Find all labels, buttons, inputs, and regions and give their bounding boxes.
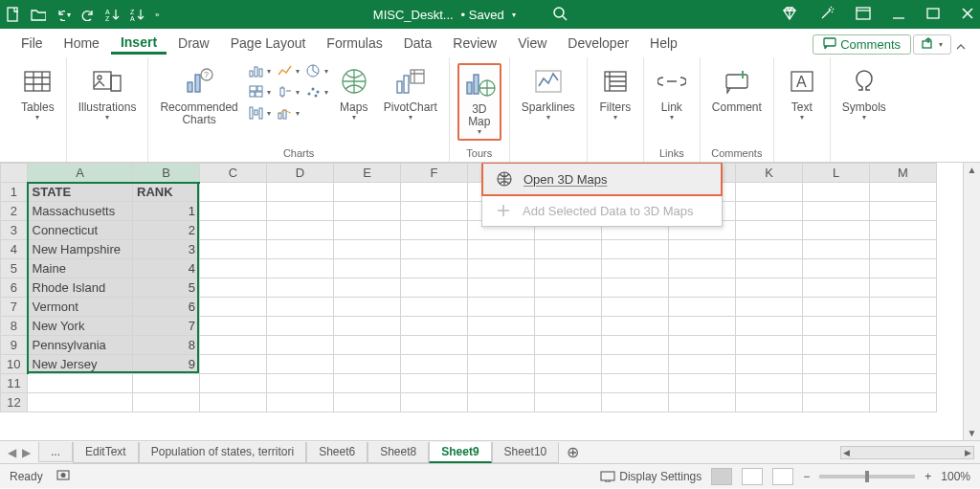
illustrations-button[interactable]: Illustrations▾ [75,63,141,124]
cell[interactable] [28,393,133,412]
cell[interactable] [200,278,267,298]
cell[interactable] [401,336,468,355]
cell[interactable] [468,278,535,298]
tab-developer[interactable]: Developer [558,32,638,55]
column-chart-button[interactable]: ▾ [248,63,271,78]
pivotchart-button[interactable]: PivotChart▾ [380,63,441,124]
cell[interactable] [401,259,468,278]
cell[interactable] [602,298,669,317]
collapse-ribbon-icon[interactable] [953,39,969,55]
tab-review[interactable]: Review [443,32,506,55]
share-button[interactable]: ▾ [913,34,951,55]
cell[interactable] [669,259,736,278]
cell[interactable] [535,317,602,336]
cell[interactable] [200,298,267,317]
row-header[interactable]: 10 [1,355,28,374]
cell[interactable] [468,374,535,393]
save-status[interactable]: • Saved [461,8,504,22]
minimize-icon[interactable] [892,7,905,23]
cell[interactable] [401,317,468,336]
cell[interactable] [736,336,803,355]
tab-formulas[interactable]: Formulas [317,32,391,55]
sort-asc-icon[interactable]: AZ [105,7,121,22]
column-header[interactable]: E [334,164,401,183]
sheet-tab-more[interactable]: ... [38,442,73,462]
tables-button[interactable]: Tables▾ [17,63,58,124]
cell[interactable] [602,355,669,374]
cell[interactable]: Maine [28,259,133,278]
cell[interactable]: 1 [133,202,200,221]
row-header[interactable]: 12 [1,393,28,412]
cell[interactable] [736,183,803,202]
cell[interactable] [803,374,870,393]
cell[interactable] [200,259,267,278]
comments-button[interactable]: Comments [813,34,911,55]
filters-button[interactable]: Filters▾ [595,63,635,124]
cell[interactable]: 8 [133,336,200,355]
cell[interactable] [267,240,334,259]
cell[interactable] [870,259,937,278]
cell[interactable] [870,355,937,374]
zoom-level[interactable]: 100% [941,470,970,483]
column-header[interactable]: A [28,164,133,183]
cell[interactable] [870,202,937,221]
cell[interactable] [736,374,803,393]
cell[interactable] [401,278,468,298]
cell[interactable] [669,355,736,374]
row-header[interactable]: 8 [1,317,28,336]
column-header[interactable]: M [870,164,937,183]
cell[interactable] [401,393,468,412]
cell[interactable] [870,278,937,298]
cell[interactable] [870,221,937,240]
cell[interactable] [267,336,334,355]
cell[interactable]: New Jersey [28,355,133,374]
ribbon-display-icon[interactable] [856,7,871,23]
cell[interactable] [267,202,334,221]
file-name[interactable]: MISC_Deskt... [373,8,454,22]
cell[interactable] [28,374,133,393]
cell[interactable] [535,374,602,393]
cell[interactable] [267,278,334,298]
cell[interactable] [334,298,401,317]
cell[interactable] [334,374,401,393]
cell[interactable] [803,393,870,412]
cell[interactable]: Rhode Island [28,278,133,298]
page-break-view-button[interactable] [772,468,793,485]
row-header[interactable]: 4 [1,240,28,259]
vertical-scrollbar[interactable]: ▲ ▼ [963,163,980,440]
cell[interactable]: 3 [133,240,200,259]
cell[interactable] [468,336,535,355]
cell[interactable] [334,393,401,412]
sheet-tab[interactable]: EditText [73,442,139,463]
column-header[interactable]: C [200,164,267,183]
cell[interactable] [669,298,736,317]
cell[interactable] [870,336,937,355]
cell[interactable]: New Hampshire [28,240,133,259]
cell[interactable] [468,240,535,259]
cell[interactable] [535,278,602,298]
cell[interactable]: Massachusetts [28,202,133,221]
undo-icon[interactable]: ▾ [56,7,71,22]
cell[interactable] [334,240,401,259]
normal-view-button[interactable] [711,468,732,485]
cell[interactable] [803,317,870,336]
cell[interactable] [535,355,602,374]
cell[interactable] [870,374,937,393]
row-header[interactable]: 2 [1,202,28,221]
search-icon[interactable] [552,6,568,24]
zoom-slider[interactable] [819,475,915,478]
cell[interactable] [669,240,736,259]
cell[interactable] [736,298,803,317]
cell[interactable] [334,259,401,278]
cell[interactable]: Vermont [28,298,133,317]
cell[interactable]: 6 [133,298,200,317]
link-button[interactable]: Link▾ [652,63,692,124]
cell[interactable]: STATE [28,183,133,202]
text-button[interactable]: A Text▾ [782,63,822,124]
cell[interactable] [803,221,870,240]
cell[interactable] [200,240,267,259]
cell[interactable] [803,183,870,202]
cell[interactable] [267,317,334,336]
cell[interactable] [401,240,468,259]
sheet-tab[interactable]: Sheet6 [306,442,368,463]
